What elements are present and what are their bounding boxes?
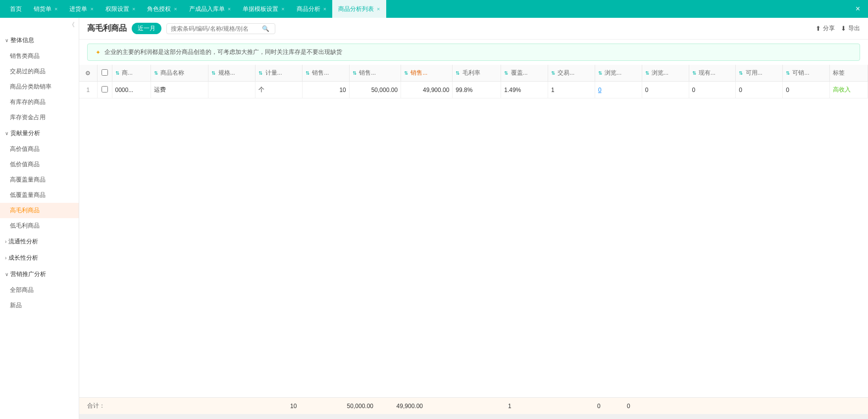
row-tag: 高收入 <box>829 82 868 98</box>
row-view2: 0 <box>642 82 689 98</box>
col-current[interactable]: ⇅ 现有... <box>689 65 736 82</box>
col-amount[interactable]: ⇅ 销售... <box>349 65 401 82</box>
sidebar-item-stock-funds[interactable]: 库存资金占用 <box>0 110 79 125</box>
sidebar-group-marketing[interactable]: ∨ 营销推广分析 <box>0 266 79 282</box>
close-purchase-order-icon[interactable]: × <box>90 6 93 12</box>
sidebar-item-traded-goods[interactable]: 交易过的商品 <box>0 64 79 79</box>
info-banner: ✦ 企业的主要的利润都是这部分商品创造的，可考虑加大推广，同时关注库存是不要出现… <box>87 44 860 61</box>
content-area: 高毛利商品 近一月 🔍 ⬆ 分享 ⬇ 导出 ✦ 企业的主要的利润都是这部分商品创… <box>79 18 868 419</box>
nav-production-inbound[interactable]: 产成品入库单 × <box>183 0 237 18</box>
sidebar-group-liquidity[interactable]: › 流通性分析 <box>0 233 79 250</box>
close-permission-icon[interactable]: × <box>132 6 135 12</box>
row-name: 运费 <box>151 82 208 98</box>
close-production-icon[interactable]: × <box>228 6 231 12</box>
footer-amount: 50,000.00 <box>327 403 376 410</box>
col-view2[interactable]: ⇅ 浏览... <box>642 65 689 82</box>
search-input[interactable] <box>171 25 260 32</box>
sidebar-item-low-margin[interactable]: 低毛利商品 <box>0 218 79 233</box>
filter-period-button[interactable]: 近一月 <box>132 23 161 34</box>
col-coverage[interactable]: ⇅ 覆盖... <box>501 65 548 82</box>
close-template-icon[interactable]: × <box>281 6 284 12</box>
sidebar-group-contribution[interactable]: ∨ 贡献量分析 <box>0 125 79 141</box>
sidebar-item-high-margin[interactable]: 高毛利商品 <box>0 203 79 218</box>
sidebar-group-growth[interactable]: › 成长性分析 <box>0 250 79 266</box>
sidebar-item-all-goods[interactable]: 全部商品 <box>0 282 79 298</box>
nav-template-settings[interactable]: 单据模板设置 × <box>237 0 290 18</box>
col-saleable[interactable]: ⇅ 可销... <box>783 65 830 82</box>
row-num: 1 <box>79 82 97 98</box>
page-title: 高毛利商品 <box>87 23 127 34</box>
sidebar: 《 ∨ 整体信息 销售类商品 交易过的商品 商品分类助销率 有库存的商品 库存资… <box>0 18 79 419</box>
row-net-amount: 49,900.00 <box>401 82 453 98</box>
col-code[interactable]: ⇅ 商... <box>112 65 151 82</box>
sidebar-item-low-coverage[interactable]: 低覆盖量商品 <box>0 187 79 203</box>
col-gross-rate[interactable]: ⇅ 毛利率 <box>453 65 501 82</box>
sidebar-item-in-stock[interactable]: 有库存的商品 <box>0 94 79 110</box>
col-checkbox[interactable] <box>97 65 112 82</box>
sidebar-collapse-button[interactable]: 《 <box>0 18 79 32</box>
share-button[interactable]: ⬆ 分享 <box>816 24 835 33</box>
row-spec <box>208 82 255 98</box>
col-tag[interactable]: 标签 <box>829 65 868 82</box>
group-expand-icon: ∨ <box>5 38 8 43</box>
close-analysis-icon[interactable]: × <box>323 6 326 12</box>
content-header: 高毛利商品 近一月 🔍 ⬆ 分享 ⬇ 导出 <box>79 18 868 40</box>
col-net-amount[interactable]: ⇅ 销售... <box>401 65 453 82</box>
row-view1[interactable]: 0 <box>595 82 642 98</box>
col-qty[interactable]: ⇅ 销售... <box>302 65 349 82</box>
table-header-row: ⚙ ⇅ 商... ⇅ 商品名称 <box>79 65 868 82</box>
footer-current: 0 <box>594 403 624 410</box>
nav-home[interactable]: 首页 <box>4 0 28 18</box>
group-expand-icon-2: ∨ <box>5 131 8 136</box>
nav-sales-order[interactable]: 销货单 × <box>28 0 63 18</box>
close-sales-order-icon[interactable]: × <box>54 6 57 12</box>
row-checkbox[interactable] <box>102 86 108 93</box>
group-expand-icon-4: › <box>5 255 6 261</box>
table-container[interactable]: ⚙ ⇅ 商... ⇅ 商品名称 <box>79 65 868 397</box>
col-name[interactable]: ⇅ 商品名称 <box>151 65 208 82</box>
export-button[interactable]: ⬇ 导出 <box>841 24 860 33</box>
star-icon: ✦ <box>96 49 101 56</box>
sidebar-item-sales-goods[interactable]: 销售类商品 <box>0 48 79 64</box>
col-unit[interactable]: ⇅ 计量... <box>255 65 303 82</box>
nav-analysis-list[interactable]: 商品分析列表 × <box>332 0 386 18</box>
horizontal-scrollbar[interactable] <box>79 414 868 419</box>
top-nav: 首页 销货单 × 进货单 × 权限设置 × 角色授权 × 产成品入库单 × 单据… <box>0 0 868 18</box>
nav-purchase-order[interactable]: 进货单 × <box>63 0 99 18</box>
share-icon: ⬆ <box>816 25 821 32</box>
close-analysis-list-icon[interactable]: × <box>377 6 380 12</box>
footer-transaction: 1 <box>505 403 535 410</box>
group-expand-icon-5: ∨ <box>5 272 8 277</box>
row-qty: 10 <box>302 82 349 98</box>
nav-role-auth[interactable]: 角色授权 × <box>141 0 183 18</box>
row-amount: 50,000.00 <box>349 82 401 98</box>
close-role-auth-icon[interactable]: × <box>174 6 177 12</box>
col-view1[interactable]: ⇅ 浏览... <box>595 65 642 82</box>
table-row: 1 0000... 运费 <box>79 82 868 98</box>
data-table: ⚙ ⇅ 商... ⇅ 商品名称 <box>79 65 868 98</box>
col-spec[interactable]: ⇅ 规格... <box>208 65 255 82</box>
nav-permission-settings[interactable]: 权限设置 × <box>100 0 141 18</box>
export-icon: ⬇ <box>841 25 846 32</box>
main-layout: 《 ∨ 整体信息 销售类商品 交易过的商品 商品分类助销率 有库存的商品 库存资… <box>0 18 868 419</box>
select-all-checkbox[interactable] <box>102 69 108 76</box>
row-code: 0000... <box>112 82 151 98</box>
sidebar-item-high-coverage[interactable]: 高覆盖量商品 <box>0 172 79 187</box>
row-saleable: 0 <box>783 82 830 98</box>
sidebar-item-new-goods[interactable]: 新品 <box>0 298 79 313</box>
row-checkbox-cell[interactable] <box>97 82 112 98</box>
search-icon[interactable]: 🔍 <box>262 25 269 32</box>
sidebar-item-high-value[interactable]: 高价值商品 <box>0 141 79 157</box>
col-settings[interactable]: ⚙ <box>79 65 97 82</box>
sidebar-group-overall[interactable]: ∨ 整体信息 <box>0 32 79 48</box>
nav-product-analysis[interactable]: 商品分析 × <box>291 0 332 18</box>
sidebar-item-category-rate[interactable]: 商品分类助销率 <box>0 79 79 94</box>
footer-net-amount: 49,900.00 <box>376 403 426 410</box>
sidebar-item-low-value[interactable]: 低价值商品 <box>0 157 79 172</box>
row-available: 0 <box>736 82 783 98</box>
close-all-button[interactable]: × <box>852 4 864 13</box>
col-transaction[interactable]: ⇅ 交易... <box>548 65 595 82</box>
row-coverage: 1.49% <box>501 82 548 98</box>
group-expand-icon-3: › <box>5 239 6 244</box>
col-available[interactable]: ⇅ 可用... <box>736 65 783 82</box>
